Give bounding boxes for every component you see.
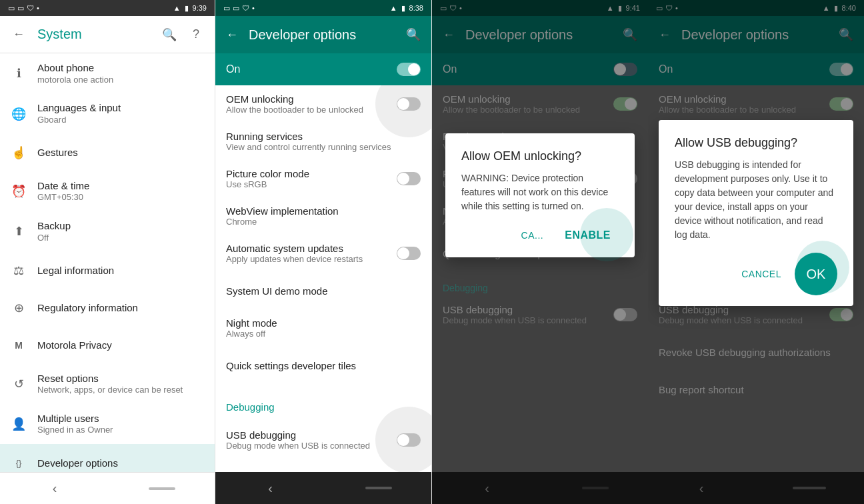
r1-on-row: On	[432, 53, 648, 85]
dev-running-subtitle: View and control currently running servi…	[226, 142, 421, 152]
oem-enable-btn[interactable]: Enable	[557, 224, 619, 247]
settings-item-regulatory[interactable]: ⊕ Regulatory information	[0, 289, 215, 327]
r1-top-bar: ← Developer options 🔍	[432, 16, 648, 53]
developer-options-panel: ▭ ▭ 🛡 • ▲ ▮ 8:38 ← Developer options 🔍 O…	[215, 0, 432, 504]
status-icons-left: ▭ ▭ 🛡 •	[8, 4, 39, 13]
dev-picture-toggle[interactable]	[397, 172, 421, 185]
dev-ui-demo[interactable]: System UI demo mode	[215, 272, 431, 309]
settings-item-reset[interactable]: ↺ Reset options Network, apps, or device…	[0, 364, 215, 404]
dev-quick-title: Quick settings developer tiles	[226, 360, 421, 371]
dev-battery: ▮	[401, 4, 405, 13]
r2-oem-subtitle: Allow the bootloader to be unlocked	[659, 105, 829, 115]
r2-nav-bar: ‹	[648, 472, 864, 504]
r1-usb-toggle	[613, 308, 637, 321]
status-bar-left: ▭ ▭ 🛡 • ▲ ▮ 9:39	[0, 0, 215, 16]
settings-item-datetime[interactable]: ⏰ Date & time GMT+05:30	[0, 171, 215, 211]
usb-cancel-btn[interactable]: Cancel	[733, 253, 789, 295]
dev-on-row[interactable]: On	[215, 53, 431, 85]
dev-on-label: On	[226, 63, 397, 75]
language-title: Languages & input	[37, 101, 204, 115]
dev-usb-toggle-wrap[interactable]	[397, 433, 421, 447]
enable-btn-wrap: Enable	[557, 224, 619, 247]
help-icon[interactable]: ?	[188, 27, 204, 43]
r1-battery: ▮	[618, 4, 622, 13]
r2-on-row: On	[648, 53, 864, 85]
mid-nav-back[interactable]: ‹	[255, 475, 286, 501]
settings-item-language[interactable]: 🌐 Languages & input Gboard	[0, 93, 215, 133]
r1-on-label: On	[443, 63, 613, 75]
r2-battery: ▮	[834, 4, 838, 13]
dev-usb-toggle[interactable]	[397, 433, 421, 447]
users-subtitle: Signed in as Owner	[37, 425, 204, 436]
back-arrow-icon[interactable]: ←	[11, 27, 27, 43]
reset-icon: ↺	[11, 376, 27, 392]
dev-oem-toggle[interactable]	[397, 97, 421, 111]
settings-item-users[interactable]: 👤 Multiple users Signed in as Owner	[0, 404, 215, 444]
battery-icon: ▮	[185, 4, 189, 13]
dot-icon: •	[37, 4, 39, 12]
dev-night-text: Night mode Always off	[226, 317, 421, 339]
oem-dialog-body: WARNING: Device protection features will…	[461, 171, 619, 213]
settings-item-about[interactable]: ℹ About phone motorola one action	[0, 53, 215, 93]
dev-night-mode[interactable]: Night mode Always off	[215, 309, 431, 347]
dev-quick-settings[interactable]: Quick settings developer tiles	[215, 347, 431, 384]
dev-back-icon[interactable]: ←	[226, 28, 238, 42]
gestures-icon: ☝	[11, 145, 27, 161]
r2-top-bar: ← Developer options 🔍	[648, 16, 864, 53]
settings-item-backup[interactable]: ⬆ Backup Off	[0, 211, 215, 251]
r1-toggle-thumb	[614, 63, 626, 75]
r2-status-right: ▲ ▮ 8:40	[823, 4, 856, 13]
nav-back-btn[interactable]: ‹	[39, 475, 71, 501]
ok-btn-wrap: OK	[795, 253, 837, 295]
datetime-text: Date & time GMT+05:30	[37, 179, 204, 203]
dev-auto-text: Automatic system updates Apply updates w…	[226, 243, 397, 264]
r2-search-icon: 🔍	[839, 27, 853, 42]
settings-item-developer[interactable]: {} Developer options	[0, 444, 215, 472]
r1-usb-toggle-thumb	[614, 309, 626, 321]
r2-usb-toggle	[829, 308, 853, 321]
dev-search-icon[interactable]: 🔍	[406, 27, 421, 42]
r1-dot: •	[459, 4, 462, 12]
settings-item-gestures[interactable]: ☝ Gestures	[0, 134, 215, 171]
r1-on-toggle	[613, 63, 637, 76]
dev-oem-title: OEM unlocking	[226, 93, 397, 105]
legal-icon: ⚖	[11, 263, 27, 279]
search-icon[interactable]: 🔍	[161, 27, 177, 43]
dev-on-toggle[interactable]	[397, 63, 421, 76]
dev-oem-unlocking[interactable]: OEM unlocking Allow the bootloader to be…	[215, 85, 431, 123]
datetime-subtitle: GMT+05:30	[37, 192, 204, 203]
dev-ui-text: System UI demo mode	[226, 285, 421, 297]
dev-usb-debugging[interactable]: USB debugging Debug mode when USB is con…	[215, 421, 431, 459]
dev-picture-color[interactable]: Picture color mode Use sRGB	[215, 160, 431, 197]
mid-nav-home[interactable]	[365, 487, 392, 489]
dev-usb-subtitle: Debug mode when USB is connected	[226, 441, 397, 451]
oem-dialog-title: Allow OEM unlocking?	[461, 149, 619, 163]
nav-home-btn[interactable]	[149, 487, 175, 490]
dev-title: Developer options	[249, 27, 395, 43]
settings-item-motorola[interactable]: M Motorola Privacy	[0, 327, 215, 364]
dev-oem-toggle-wrap[interactable]	[397, 97, 421, 111]
oem-cancel-btn[interactable]: Ca...	[513, 224, 552, 247]
dev-webview[interactable]: WebView implementation Chrome	[215, 197, 431, 235]
dev-auto-updates[interactable]: Automatic system updates Apply updates w…	[215, 235, 431, 272]
r2-title: Developer options	[681, 27, 828, 43]
r1-status-bar: ▭ 🛡 • ▲ ▮ 9:41	[432, 0, 648, 16]
r1-status-left: ▭ 🛡 •	[440, 4, 462, 13]
usb-ok-btn[interactable]: OK	[795, 253, 837, 295]
settings-item-legal[interactable]: ⚖ Legal information	[0, 252, 215, 289]
r2-nav-home	[793, 487, 826, 489]
notification-icon-1: ▭	[8, 4, 15, 13]
reset-subtitle: Network, apps, or device can be reset	[37, 385, 204, 396]
r2-back-icon: ←	[659, 28, 671, 42]
r2-oem-title: OEM unlocking	[659, 93, 829, 105]
r1-oem-toggle-thumb	[625, 98, 637, 110]
r2-oem-item: OEM unlocking Allow the bootloader to be…	[648, 85, 864, 123]
motorola-icon: M	[11, 337, 27, 353]
dev-auto-subtitle: Apply updates when device restarts	[226, 254, 397, 264]
r1-debugging-section: Debugging	[432, 272, 648, 296]
system-title: System	[37, 27, 151, 42]
dev-time: 8:38	[409, 4, 423, 12]
dev-night-title: Night mode	[226, 317, 421, 329]
r1-oem-toggle	[613, 97, 637, 111]
dev-auto-toggle[interactable]	[397, 247, 421, 260]
